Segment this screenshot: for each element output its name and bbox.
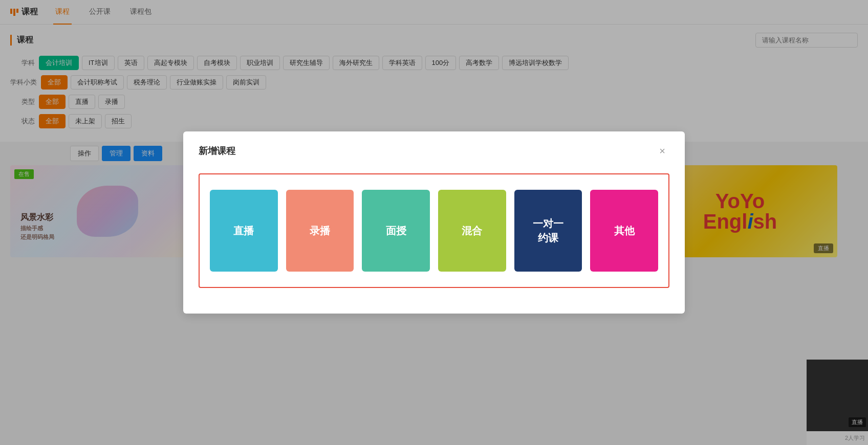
course-type-live[interactable]: 直播 (210, 190, 278, 272)
course-type-one-on-one[interactable]: 一对一 约课 (514, 190, 582, 272)
course-type-face[interactable]: 面授 (362, 190, 430, 272)
course-type-recorded[interactable]: 录播 (286, 190, 354, 272)
modal-close-button[interactable]: × (655, 144, 669, 158)
course-type-other[interactable]: 其他 (590, 190, 658, 272)
add-course-modal: 新增课程 × 直播 录播 面授 混合 (183, 131, 685, 314)
modal-overlay: 新增课程 × 直播 录播 面授 混合 (0, 0, 868, 445)
course-type-grid: 直播 录播 面授 混合 一对一 约课 (199, 173, 669, 288)
modal-header: 新增课程 × (199, 144, 669, 158)
modal-title: 新增课程 (199, 145, 235, 157)
course-type-mixed[interactable]: 混合 (438, 190, 506, 272)
